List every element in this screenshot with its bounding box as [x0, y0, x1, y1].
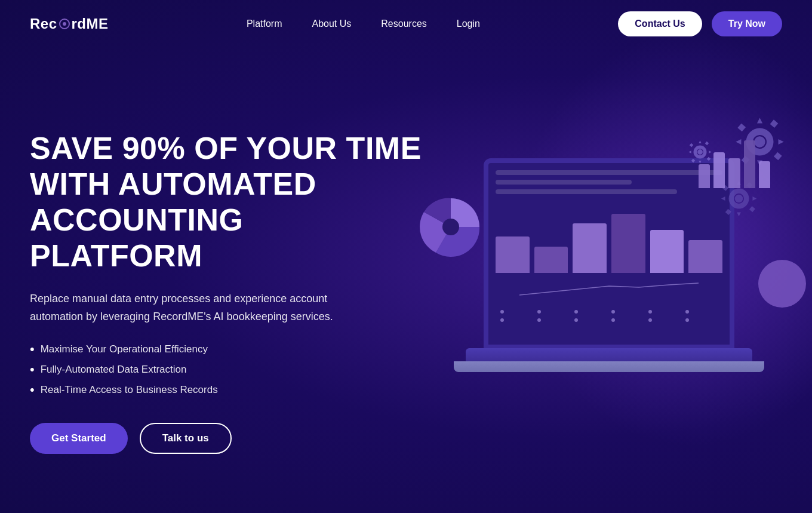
nav-links: Platform About Us Resources Login — [247, 19, 480, 29]
try-now-button[interactable]: Try Now — [712, 11, 782, 36]
contact-button[interactable]: Contact Us — [618, 11, 702, 36]
hero-title: SAVE 90% OF YOUR TIME WITH AUTOMATED ACC… — [30, 131, 424, 274]
screen-content — [488, 163, 730, 345]
bullet-item: Maximise Your Operational Efficiency — [30, 343, 424, 356]
hero-bullets: Maximise Your Operational Efficiency Ful… — [30, 343, 424, 397]
nav-actions: Contact Us Try Now — [618, 11, 782, 36]
hero-description: Replace manual data entry processes and … — [30, 290, 364, 325]
nav-resources[interactable]: Resources — [381, 19, 426, 29]
laptop-screen — [484, 158, 734, 349]
hero-actions: Get Started Talk to us — [30, 423, 424, 454]
bullet-item: Fully-Automated Data Extraction — [30, 363, 424, 376]
logo-icon — [59, 19, 70, 29]
hero-section: SAVE 90% OF YOUR TIME WITH AUTOMATED ACC… — [0, 48, 812, 513]
nav-about[interactable]: About Us — [312, 19, 351, 29]
screen-bar-chart — [496, 201, 722, 273]
bullet-item: Real-Time Access to Business Records — [30, 383, 424, 397]
screen-line — [496, 180, 632, 185]
svg-point-4 — [442, 219, 459, 235]
logo-text: Rec — [30, 16, 57, 32]
screen-line — [496, 189, 677, 194]
get-started-button[interactable]: Get Started — [30, 423, 128, 454]
pie-chart-illustration — [418, 194, 484, 260]
navigation: RecrdME Platform About Us Resources Logi… — [0, 0, 812, 48]
hero-content: SAVE 90% OF YOUR TIME WITH AUTOMATED ACC… — [30, 131, 424, 454]
logo[interactable]: RecrdME — [30, 16, 109, 32]
logo-text-2: rdME — [72, 16, 109, 32]
laptop-bottom — [454, 361, 764, 372]
screen-dots-grid — [496, 305, 722, 327]
talk-to-us-button[interactable]: Talk to us — [140, 423, 232, 454]
nav-login[interactable]: Login — [457, 19, 480, 29]
bar-chart-floating — [699, 128, 770, 188]
screen-line — [496, 170, 722, 175]
hero-illustration — [424, 72, 782, 513]
nav-platform[interactable]: Platform — [247, 19, 282, 29]
laptop-illustration — [454, 140, 752, 427]
decorative-circle — [758, 260, 806, 308]
screen-line-chart — [496, 280, 722, 298]
svg-point-1 — [735, 194, 743, 202]
